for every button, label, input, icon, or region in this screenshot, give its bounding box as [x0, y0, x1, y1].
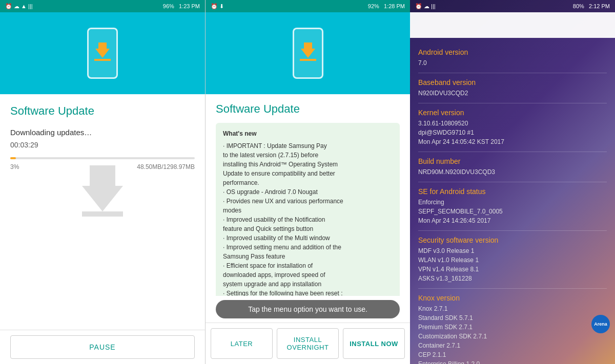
- value-knox-version: Knox 2.7.1Standard SDK 5.7.1Premium SDK …: [418, 304, 607, 364]
- info-baseband-version: Baseband version N920IDVU3CQD2: [418, 73, 607, 103]
- whats-new-heading: What's new: [223, 129, 393, 138]
- footer-1: PAUSE: [0, 330, 205, 364]
- download-timer: 00:03:29: [10, 141, 195, 149]
- status-icons-left-1: ⏰ ☁ ▲ |||: [5, 3, 33, 10]
- value-security-software: MDF v3.0 Release 1WLAN v1.0 Release 1VPN…: [418, 246, 607, 283]
- install-now-button[interactable]: INSTALL NOW: [343, 328, 405, 359]
- arena-fab[interactable]: Arena: [591, 315, 610, 333]
- panel3-content: Android version 7.0 Baseband version N92…: [410, 38, 615, 364]
- content-2: Software Update What's new · IMPORTANT :…: [206, 94, 410, 296]
- status-battery-time-2: 92% 1:28 PM: [368, 3, 405, 9]
- panel-about: ⏰ ☁ ||| 80% 2:12 PM Android version 7.0 …: [410, 0, 615, 364]
- progress-percent: 3%: [10, 163, 19, 170]
- label-knox-version: Knox version: [418, 294, 607, 302]
- whats-new-box: What's new · IMPORTANT : Update Samsung …: [216, 123, 400, 296]
- content-1: Software Update Downloading updates… 00:…: [0, 94, 205, 330]
- progress-bar-fill: [10, 157, 16, 159]
- label-kernel-version: Kernel version: [418, 109, 607, 117]
- label-android-version: Android version: [418, 48, 607, 56]
- header-2: [206, 12, 410, 94]
- header-1: [0, 12, 205, 94]
- value-build-number: NRD90M.N920IDVU3CQD3: [418, 167, 607, 177]
- info-knox-version: Knox version Knox 2.7.1Standard SDK 5.7.…: [418, 289, 607, 364]
- status-icons-left-2: ⏰ ⬇: [211, 3, 224, 10]
- label-security-software: Security software version: [418, 236, 607, 244]
- status-battery-time-1: 96% 1:23 PM: [163, 3, 200, 9]
- status-bar-2: ⏰ ⬇ 92% 1:28 PM: [206, 0, 410, 12]
- value-kernel-version: 3.10.61-10809520dpi@SWDG9710 #1Mon Apr 2…: [418, 119, 607, 146]
- info-android-version: Android version 7.0: [418, 43, 607, 73]
- value-baseband-version: N920IDVU3CQD2: [418, 89, 607, 98]
- value-android-version: 7.0: [418, 58, 607, 68]
- info-build-number: Build number NRD90M.N920IDVU3CQD3: [418, 152, 607, 182]
- value-se-android: EnforcingSEPF_SECMOBILE_7.0_0005Mon Apr …: [418, 198, 607, 225]
- whats-new-content: · IMPORTANT : Update Samsung Payto the l…: [223, 141, 393, 296]
- info-se-android: SE for Android status EnforcingSEPF_SECM…: [418, 182, 607, 231]
- big-download-arrow: [10, 186, 195, 211]
- progress-bar-container: [10, 157, 195, 159]
- footer-2: LATER INSTALL OVERNIGHT INSTALL NOW: [206, 323, 410, 364]
- info-kernel-version: Kernel version 3.10.61-10809520dpi@SWDG9…: [418, 103, 607, 152]
- panel-downloading: ⏰ ☁ ▲ ||| 96% 1:23 PM Software Update Do…: [0, 0, 205, 364]
- status-bar-3: ⏰ ☁ ||| 80% 2:12 PM: [410, 0, 615, 12]
- label-se-android: SE for Android status: [418, 187, 607, 196]
- progress-size: 48.50MB/1298.97MB: [137, 163, 195, 170]
- phone-download-icon-1: [85, 25, 120, 81]
- label-baseband-version: Baseband version: [418, 78, 607, 87]
- status-icons-left-3: ⏰ ☁ |||: [415, 3, 436, 10]
- panel1-title: Software Update: [10, 104, 195, 118]
- later-button[interactable]: LATER: [211, 328, 273, 359]
- download-status-text: Downloading updates…: [10, 128, 195, 137]
- pause-button[interactable]: PAUSE: [10, 335, 195, 359]
- panel3-top-white: [410, 12, 615, 38]
- status-battery-time-3: 80% 2:12 PM: [573, 3, 610, 9]
- info-security-software: Security software version MDF v3.0 Relea…: [418, 231, 607, 289]
- panel-install: ⏰ ⬇ 92% 1:28 PM Software Update What's n…: [205, 0, 410, 364]
- phone-download-icon-2: [290, 25, 326, 81]
- panel2-title: Software Update: [216, 102, 400, 116]
- install-overnight-button[interactable]: INSTALL OVERNIGHT: [277, 328, 339, 359]
- status-bar-1: ⏰ ☁ ▲ ||| 96% 1:23 PM: [0, 0, 205, 12]
- label-build-number: Build number: [418, 157, 607, 165]
- tooltip-bar: Tap the menu option you want to use.: [216, 300, 400, 318]
